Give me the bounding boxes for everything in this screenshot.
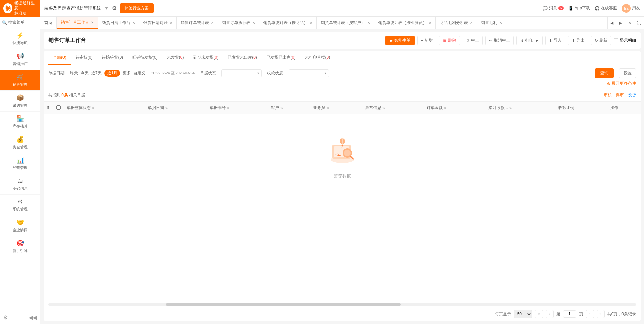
sidebar-item-sales[interactable]: 🛒 销售管理 [0, 70, 40, 91]
close-cash-daily-tab[interactable]: ✕ [132, 21, 135, 25]
tab-scroll-right-btn[interactable]: ▶ [616, 17, 625, 29]
close-cash-reconcile-tab[interactable]: ✕ [170, 21, 172, 25]
sidebar-item-operations[interactable]: 📊 经营管理 [0, 153, 40, 174]
horizontal-scrollbar[interactable] [48, 303, 636, 306]
dropdown-chevron-icon[interactable]: ▼ [104, 6, 109, 11]
th-abnormal[interactable]: 异常信息 ⇅ [362, 102, 424, 114]
tab-scroll-left-btn[interactable]: ◀ [608, 17, 616, 29]
message-action[interactable]: 💬 消息 6 [543, 5, 564, 11]
th-staff[interactable]: 业务员 ⇅ [310, 102, 362, 114]
scrollbar-thumb[interactable] [166, 303, 401, 306]
sub-tab-shipped-not-out[interactable]: 已发货未出库(0) [223, 51, 262, 65]
tab-sales-stats[interactable]: 销售订单统计表 ✕ [177, 17, 218, 29]
first-page-btn[interactable]: « [535, 310, 543, 318]
th-status[interactable]: 单据整体状态 ⇅ [64, 102, 145, 114]
tab-sales-profit[interactable]: 销售毛利 ✕ [477, 17, 506, 29]
th-number[interactable]: 单据编号 ⇅ [207, 102, 269, 114]
sub-tab-pending-review[interactable]: 待审核(0) [71, 51, 97, 65]
show-detail-label[interactable]: 显示明细 [614, 38, 636, 43]
close-sales-profit-tab[interactable]: ✕ [499, 21, 502, 25]
close-margin-analysis-tab[interactable]: ✕ [470, 21, 473, 25]
date-opt-1month[interactable]: 近1月 [104, 70, 120, 77]
select-all-checkbox[interactable] [56, 105, 61, 110]
prev-page-btn[interactable]: ‹ [546, 310, 554, 318]
settings-icon[interactable]: ⚙ [112, 5, 117, 11]
delete-btn[interactable]: 🗑 删除 [439, 36, 460, 45]
tab-summary-customer[interactable]: 销货单统计表（按客户） ✕ [317, 17, 374, 29]
sub-tab-all[interactable]: 全部(0) [48, 51, 71, 65]
experience-btn[interactable]: 体验行业方案 [120, 3, 154, 13]
date-opt-more[interactable]: 更多 [123, 70, 131, 76]
status-select[interactable] [221, 69, 262, 77]
payment-select[interactable] [289, 69, 329, 77]
user-action[interactable]: Ea 用友 [622, 4, 640, 13]
online-service-action[interactable]: 🎧 在线客服 [595, 5, 617, 11]
expand-conditions-btn[interactable]: ⊕ 展开更多条件 [607, 81, 636, 86]
cancel-stop-btn[interactable]: ↩ 取消中止 [485, 36, 514, 45]
tab-summary-product[interactable]: 销货单统计表（按商品） ✕ [259, 17, 317, 29]
total-records-label: 共0页，0条记录 [607, 311, 636, 317]
next-page-btn[interactable]: › [586, 310, 594, 318]
close-sales-workbench-tab[interactable]: ✕ [91, 21, 94, 24]
sidebar-item-purchase[interactable]: 📦 采购管理 [0, 91, 40, 112]
page-number-input[interactable] [563, 310, 576, 318]
sidebar-item-system[interactable]: ⚙ 系统管理 [0, 195, 40, 215]
sub-tab-pending-inspect[interactable]: 待拣验货(0) [97, 51, 128, 65]
sidebar-item-enterprise[interactable]: 🤝 企业协同 [0, 215, 40, 236]
sidebar-item-newbie[interactable]: 🎯 新手引导 [0, 236, 40, 257]
tab-close-all-btn[interactable]: ✕ [625, 17, 634, 29]
per-page-select[interactable]: 50 10 20 100 [514, 310, 532, 318]
sub-tab-wangpu-ship[interactable]: 旺铺待发货(0) [128, 51, 162, 65]
sidebar-item-finance[interactable]: 💰 资金管理 [0, 132, 40, 153]
sidebar-item-marketing[interactable]: 📢 营销推广 [0, 49, 40, 70]
query-btn[interactable]: 查询 [595, 68, 614, 78]
sidebar-search[interactable]: 🔍 搜索菜单 [0, 17, 40, 28]
close-sales-stats-tab[interactable]: ✕ [211, 21, 214, 25]
collapse-sidebar-btn[interactable]: ◀◀ [29, 314, 37, 321]
review-action-btn[interactable]: 审核 [604, 92, 612, 98]
close-summary-customer-tab[interactable]: ✕ [367, 21, 370, 25]
refresh-btn[interactable]: ↻ 刷新 [591, 36, 611, 45]
settings-footer-btn[interactable]: ⚙ [3, 314, 8, 321]
smart-generate-btn[interactable]: ★ 智能生单 [385, 36, 415, 45]
tab-cash-daily[interactable]: 钱货日清工作台 ✕ [98, 17, 139, 29]
th-date[interactable]: 单据日期 ⇅ [145, 102, 207, 114]
table-scroll[interactable]: ⠿ 单据整体状态 ⇅ 单据日期 [44, 101, 641, 302]
tab-margin-analysis[interactable]: 商品毛利分析表 ✕ [436, 17, 477, 29]
cancel-review-action-btn[interactable]: 弃审 [616, 92, 624, 98]
ship-action-btn[interactable]: 发货 [628, 92, 636, 98]
sidebar-item-inventory[interactable]: 🏪 库存核算 [0, 112, 40, 132]
th-amount[interactable]: 订单金额 ⇅ [424, 102, 486, 114]
tab-maximize-btn[interactable]: ⛶ [634, 17, 644, 29]
stop-btn[interactable]: ⊘ 中止 [463, 36, 483, 45]
set-btn[interactable]: 设置 [619, 68, 636, 78]
app-download-action[interactable]: 📱 App下载 [568, 5, 590, 11]
close-summary-staff-tab[interactable]: ✕ [429, 21, 431, 25]
tab-cash-reconcile[interactable]: 钱货日清对账 ✕ [139, 17, 177, 29]
sub-tab-shipped-out[interactable]: 已发货已出库(0) [262, 51, 300, 65]
th-collected[interactable]: 累计收款... ⇅ [486, 102, 556, 114]
th-customer[interactable]: 客户 ⇅ [268, 102, 310, 114]
tab-sales-workbench[interactable]: 销售订单工作台 ✕ [57, 17, 98, 29]
sub-tab-not-shipped[interactable]: 未发货(0) [162, 51, 189, 65]
import-btn[interactable]: ⬇ 导入 [545, 36, 565, 45]
sidebar-item-quick-nav[interactable]: ⚡ 快捷导航 [0, 28, 40, 49]
sidebar-item-basic[interactable]: 🗂 基础信息 [0, 174, 40, 195]
date-opt-custom[interactable]: 自定义 [133, 70, 145, 76]
show-detail-checkbox[interactable] [614, 38, 618, 43]
tab-sales-exec[interactable]: 销售订单执行表 ✕ [218, 17, 259, 29]
date-opt-yesterday[interactable]: 昨天 [70, 70, 78, 76]
close-sales-exec-tab[interactable]: ✕ [252, 21, 255, 25]
last-page-btn[interactable]: » [597, 310, 605, 318]
add-btn[interactable]: + 新增 [417, 36, 436, 45]
date-opt-7days[interactable]: 近7天 [91, 70, 102, 76]
close-summary-product-tab[interactable]: ✕ [310, 21, 312, 25]
print-btn[interactable]: 🖨 打印 ▼ [516, 36, 543, 45]
sub-tab-not-printed[interactable]: 未打印单据(0) [300, 51, 335, 65]
tab-home[interactable]: 首页 [40, 17, 57, 29]
payment-select-wrapper [289, 69, 329, 77]
tab-summary-staff[interactable]: 销货单统计表（按业务员） ✕ [374, 17, 436, 29]
export-btn[interactable]: ⬆ 导出 [568, 36, 588, 45]
sub-tab-overdue-not-shipped[interactable]: 到期未发货(0) [188, 51, 223, 65]
date-opt-today[interactable]: 今天 [81, 70, 89, 76]
